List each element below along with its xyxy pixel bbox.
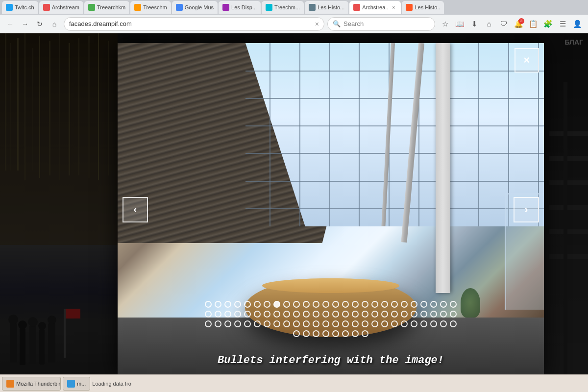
bullet-45[interactable] [391,311,398,318]
bullet-44[interactable] [381,311,388,318]
bullet-12[interactable] [322,301,329,308]
bullet-47[interactable] [411,311,417,318]
bullet-75[interactable] [430,320,437,327]
bullet-43[interactable] [371,311,378,318]
privacy-button[interactable]: 🛡 [497,17,511,31]
tab-treechm[interactable]: Treechm... [262,1,304,14]
bullet-27[interactable] [215,311,221,318]
bullet-40[interactable] [342,311,349,318]
bullet-24[interactable] [440,301,447,308]
home-nav-button[interactable]: ⌂ [482,17,496,31]
lightbox-prev-button[interactable]: ‹ [122,197,148,222]
bullet-55[interactable] [234,320,241,327]
address-close-icon[interactable]: × [315,20,319,28]
tab-treearchkm[interactable]: Treearchkm [84,1,129,14]
bullet-62[interactable] [303,320,310,327]
bullet-71[interactable] [391,320,398,327]
bullet-69[interactable] [371,320,378,327]
bullet-64[interactable] [322,320,329,327]
bullet-41[interactable] [352,311,359,318]
bullet-17[interactable] [371,301,378,308]
bullet-13[interactable] [332,301,339,308]
tab-les-histo[interactable]: Les Histo... [305,1,348,14]
tab-les-histo-2[interactable]: Les Histo.. [402,1,444,14]
bullet-34[interactable] [283,311,290,318]
bullet-51[interactable] [450,311,457,318]
bullet-21[interactable] [411,301,417,308]
bullet-39[interactable] [332,311,339,318]
bullet-29[interactable] [234,311,241,318]
bullet-84[interactable] [352,330,359,337]
back-button[interactable]: ← [4,18,17,30]
bullet-26[interactable] [205,311,212,318]
bullet-76[interactable] [440,320,447,327]
taskbar-item-m[interactable]: m... [63,377,90,391]
bullet-80[interactable] [313,330,319,337]
bullet-79[interactable] [303,330,310,337]
bullet-48[interactable] [420,311,427,318]
forward-button[interactable]: → [19,18,31,30]
bullet-59[interactable] [273,320,280,327]
bullet-73[interactable] [411,320,417,327]
tab-close-button[interactable]: × [390,4,397,11]
bullet-23[interactable] [430,301,437,308]
notification-button[interactable]: 🔔 3 [512,17,525,31]
bullet-33[interactable] [273,311,280,318]
bullet-61[interactable] [293,320,300,327]
bullet-14[interactable] [342,301,349,308]
bullet-38[interactable] [322,311,329,318]
bullet-66[interactable] [342,320,349,327]
bullet-16[interactable] [362,301,368,308]
bullet-1[interactable] [215,301,221,308]
bullet-0[interactable] [205,301,212,308]
profile-button[interactable]: 👤 [570,17,584,31]
reader-view-button[interactable]: 📖 [453,17,466,31]
bullet-25[interactable] [450,301,457,308]
bullet-74[interactable] [420,320,427,327]
bullet-63[interactable] [313,320,319,327]
bullet-6[interactable] [264,301,270,308]
address-input[interactable] [69,20,313,27]
tab-google-mus[interactable]: Google Mus [172,1,218,14]
bullet-65[interactable] [332,320,339,327]
reload-button[interactable]: ↻ [33,18,46,30]
bullet-19[interactable] [391,301,398,308]
bullet-68[interactable] [362,320,368,327]
bullet-18[interactable] [381,301,388,308]
bullet-4[interactable] [244,301,251,308]
lightbox-next-button[interactable]: › [514,197,539,222]
bullet-67[interactable] [352,320,359,327]
bullet-30[interactable] [244,311,251,318]
bullet-22[interactable] [420,301,427,308]
download-button[interactable]: ⬇ [467,17,481,31]
tab-archstream[interactable]: Archstream [39,1,83,14]
bullet-32[interactable] [264,311,270,318]
bullet-37[interactable] [313,311,319,318]
bullet-50[interactable] [440,311,447,318]
bullet-10[interactable] [303,301,310,308]
bullet-8[interactable] [283,301,290,308]
bullet-56[interactable] [244,320,251,327]
bullet-81[interactable] [322,330,329,337]
bullet-2[interactable] [224,301,231,308]
bullet-77[interactable] [450,320,457,327]
bullet-83[interactable] [342,330,349,337]
bullet-31[interactable] [254,311,261,318]
tab-treeschm[interactable]: Treeschm [130,1,171,14]
bullet-20[interactable] [401,301,408,308]
bullet-72[interactable] [401,320,408,327]
lightbox-close-button[interactable]: × [514,48,539,73]
bullet-28[interactable] [224,311,231,318]
bullet-15[interactable] [352,301,359,308]
bullet-5[interactable] [254,301,261,308]
extension-button[interactable]: 🧩 [541,17,555,31]
taskbar-thunderbird[interactable]: Mozilla Thunderbird [2,377,61,391]
bullet-36[interactable] [303,311,310,318]
tab-twitchch[interactable]: Twitc.ch [2,1,38,14]
bullet-82[interactable] [332,330,339,337]
bullet-53[interactable] [215,320,221,327]
bullet-70[interactable] [381,320,388,327]
bullet-9[interactable] [293,301,300,308]
more-button[interactable]: ☰ [556,17,569,31]
bullet-85[interactable] [362,330,368,337]
